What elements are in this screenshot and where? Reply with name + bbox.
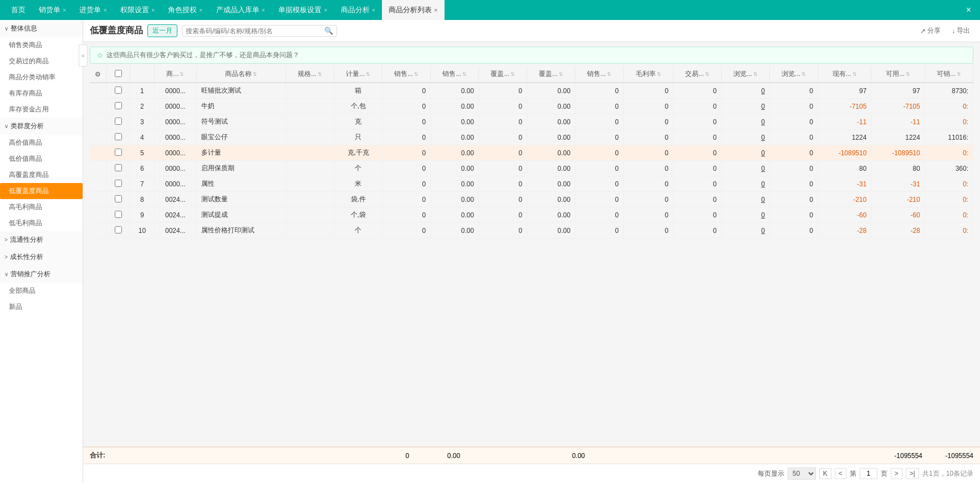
row-gross-margin: 0 [624, 83, 673, 99]
first-page-button[interactable]: K [819, 468, 831, 479]
row-checkbox[interactable] [106, 145, 130, 161]
sidebar-item-category-rate[interactable]: 商品分类动销率 [0, 69, 83, 85]
sidebar-item-new-goods[interactable]: 新品 [0, 299, 83, 315]
cover-amt-column-header[interactable]: 覆盖...⇅ [527, 66, 575, 83]
nav-tab-production[interactable]: 产成品入库单 × [210, 0, 272, 20]
unit-column-header[interactable]: 计量...⇅ [334, 66, 382, 83]
row-checkbox[interactable] [106, 207, 130, 223]
sidebar-collapse-button[interactable]: « [79, 44, 88, 67]
close-icon[interactable]: × [262, 7, 265, 13]
saleable-column-header[interactable]: 可销...⇅ [925, 66, 973, 83]
table-container[interactable]: ⚙ 商...⇅ 商品名称⇅ 规格...⇅ 计量...⇅ [83, 66, 980, 446]
row-view-count1[interactable]: 0 [721, 114, 769, 130]
share-button[interactable]: ↗ 分享 [917, 25, 944, 37]
available-stock-column-header[interactable]: 可用...⇅ [871, 66, 925, 83]
row-checkbox[interactable] [106, 99, 130, 114]
sales-amt-column-header[interactable]: 销售...⇅ [431, 66, 479, 83]
current-stock-column-header[interactable]: 现有...⇅ [818, 66, 871, 83]
sidebar-item-in-stock[interactable]: 有库存商品 [0, 85, 83, 101]
close-icon[interactable]: × [372, 7, 375, 13]
page-size-select[interactable]: 50 10 20 100 [788, 467, 816, 480]
code-column-header[interactable]: 商...⇅ [154, 66, 197, 83]
row-view-count1[interactable]: 0 [721, 223, 769, 238]
sidebar-item-high-gross[interactable]: 高毛利商品 [0, 199, 83, 215]
sidebar-item-low-gross[interactable]: 低毛利商品 [0, 215, 83, 231]
sidebar-item-high-coverage[interactable]: 高覆盖度商品 [0, 167, 83, 183]
select-all-checkbox[interactable] [115, 70, 122, 77]
sidebar-item-low-coverage[interactable]: 低覆盖度商品 [0, 183, 83, 199]
sidebar-section-liquidity[interactable]: > 流通性分析 [0, 231, 83, 248]
row-checkbox[interactable] [106, 223, 130, 238]
page-number-input[interactable] [860, 468, 877, 479]
close-icon[interactable]: × [103, 7, 106, 13]
export-button[interactable]: ↓ 导出 [948, 25, 973, 37]
time-filter-button[interactable]: 近一月 [147, 24, 177, 37]
sidebar-section-marketing[interactable]: ∨ 营销推广分析 [0, 266, 83, 283]
sidebar-item-stock-capital[interactable]: 库存资金占用 [0, 101, 83, 118]
row-gear[interactable] [90, 99, 106, 114]
sidebar-item-low-value[interactable]: 低价值商品 [0, 151, 83, 167]
prev-page-button[interactable]: < [835, 468, 846, 479]
settings-column-header[interactable]: ⚙ [90, 66, 106, 83]
sold-qty-column-header[interactable]: 销售...⇅ [575, 66, 624, 83]
row-gear[interactable] [90, 176, 106, 192]
sidebar-item-traded-goods[interactable]: 交易过的商品 [0, 53, 83, 69]
row-checkbox[interactable] [106, 176, 130, 192]
view-count1-column-header[interactable]: 浏览...⇅ [721, 66, 769, 83]
sidebar-section-growth[interactable]: > 成长性分析 [0, 248, 83, 266]
row-checkbox[interactable] [106, 192, 130, 207]
sidebar-section-cluster[interactable]: ∨ 类群度分析 [0, 118, 83, 135]
nav-tab-analysis[interactable]: 商品分析 × [334, 0, 382, 20]
nav-tab-roles[interactable]: 角色授权 × [161, 0, 209, 20]
nav-tab-templates[interactable]: 单据模板设置 × [272, 0, 334, 20]
row-checkbox[interactable] [106, 130, 130, 145]
row-view-count1[interactable]: 0 [721, 176, 769, 192]
trans-count-column-header[interactable]: 交易...⇅ [673, 66, 721, 83]
row-gear[interactable] [90, 223, 106, 238]
row-view-count1[interactable]: 0 [721, 99, 769, 114]
row-gear[interactable] [90, 192, 106, 207]
nav-tab-home[interactable]: 首页 [4, 0, 32, 20]
view-count2-column-header[interactable]: 浏览...⇅ [769, 66, 818, 83]
row-checkbox[interactable] [106, 83, 130, 99]
row-name: 旺辅批次测试 [197, 83, 286, 99]
row-view-count1[interactable]: 0 [721, 161, 769, 176]
row-checkbox[interactable] [106, 161, 130, 176]
close-icon[interactable]: × [151, 7, 155, 13]
row-gear[interactable] [90, 161, 106, 176]
data-table: ⚙ 商...⇅ 商品名称⇅ 规格...⇅ 计量...⇅ [90, 66, 973, 238]
row-view-count1[interactable]: 0 [721, 130, 769, 145]
sidebar-item-high-value[interactable]: 高价值商品 [0, 135, 83, 151]
nav-tab-purchase[interactable]: 进货单 × [73, 0, 113, 20]
cover-qty-column-header[interactable]: 覆盖...⇅ [479, 66, 527, 83]
name-column-header[interactable]: 商品名称⇅ [197, 66, 286, 83]
close-icon[interactable]: × [199, 7, 202, 13]
last-page-button[interactable]: >| [906, 468, 919, 479]
sidebar-item-sales-goods[interactable]: 销售类商品 [0, 37, 83, 53]
close-icon[interactable]: × [434, 7, 437, 13]
row-gear[interactable] [90, 83, 106, 99]
sales-qty-column-header[interactable]: 销售...⇅ [382, 66, 431, 83]
close-icon[interactable]: × [324, 7, 327, 13]
window-close-button[interactable]: × [962, 5, 976, 15]
nav-tab-permissions[interactable]: 权限设置 × [114, 0, 161, 20]
spec-column-header[interactable]: 规格...⇅ [286, 66, 334, 83]
row-checkbox[interactable] [106, 114, 130, 130]
row-view-count1[interactable]: 0 [721, 145, 769, 161]
row-gear[interactable] [90, 145, 106, 161]
checkbox-column-header[interactable] [106, 66, 130, 83]
row-view-count1[interactable]: 0 [721, 207, 769, 223]
row-gear[interactable] [90, 130, 106, 145]
row-view-count1[interactable]: 0 [721, 83, 769, 99]
sidebar-section-overall[interactable]: ∨ 整体信息 [0, 20, 83, 37]
next-page-button[interactable]: > [891, 468, 902, 479]
search-input[interactable] [186, 27, 324, 35]
nav-tab-sales[interactable]: 销货单 × [32, 0, 73, 20]
row-gear[interactable] [90, 207, 106, 223]
gross-margin-column-header[interactable]: 毛利率⇅ [624, 66, 673, 83]
nav-tab-analysis-list[interactable]: 商品分析列表 × [382, 0, 444, 20]
close-icon[interactable]: × [63, 7, 66, 13]
row-view-count1[interactable]: 0 [721, 192, 769, 207]
sidebar-item-all-goods[interactable]: 全部商品 [0, 283, 83, 299]
row-gear[interactable] [90, 114, 106, 130]
